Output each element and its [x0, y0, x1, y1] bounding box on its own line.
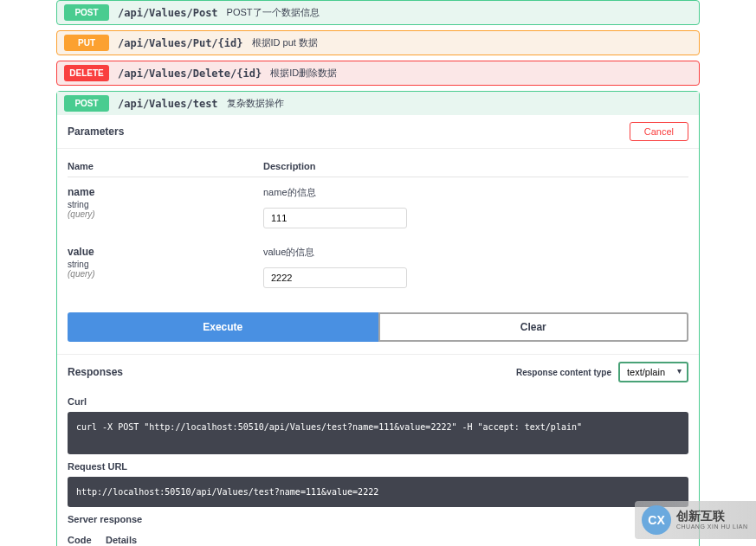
op-header[interactable]: POST /api/Values/test 复杂数据操作	[57, 92, 699, 115]
endpoint-desc: 根据ID删除数据	[270, 67, 337, 80]
content-type-select[interactable]: text/plain	[618, 362, 688, 382]
method-badge: PUT	[64, 35, 109, 51]
watermark-en: CHUANG XIN HU LIAN	[676, 524, 748, 530]
content-type-label: Response content type	[516, 368, 611, 377]
params-columns: Name Description	[68, 156, 688, 177]
param-input-value[interactable]	[263, 267, 407, 288]
param-desc: value的信息	[263, 246, 688, 259]
endpoint-path: /api/Values/Delete/{id}	[118, 67, 262, 80]
execute-button[interactable]: Execute	[68, 312, 378, 342]
param-name: value	[68, 246, 263, 258]
op-post-test-expanded: POST /api/Values/test 复杂数据操作 Parameters …	[56, 91, 700, 546]
code-header: Code	[68, 535, 106, 545]
endpoint-desc: POST了一个数据信息	[227, 6, 320, 19]
endpoint-desc: 复杂数据操作	[227, 97, 284, 110]
param-row: value string (query) value的信息	[68, 237, 688, 297]
request-url-label: Request URL	[68, 461, 688, 472]
param-in: (query)	[68, 269, 263, 279]
details-header: Details	[106, 535, 688, 545]
method-badge: DELETE	[64, 65, 109, 81]
curl-command: curl -X POST "http://localhost:50510/api…	[68, 412, 688, 454]
server-response-label: Server response	[68, 514, 688, 524]
request-url-value: http://localhost:50510/api/Values/test?n…	[68, 477, 688, 507]
col-name-header: Name	[68, 161, 263, 171]
endpoint-desc: 根据ID put 数据	[252, 36, 318, 49]
responses-title: Responses	[68, 366, 123, 378]
col-desc-header: Description	[263, 161, 688, 171]
watermark-logo: CX 创新互联 CHUANG XIN HU LIAN	[635, 501, 756, 539]
param-type: string	[68, 260, 263, 269]
method-badge: POST	[64, 95, 109, 112]
op-put-values[interactable]: PUT /api/Values/Put/{id} 根据ID put 数据	[56, 30, 700, 55]
param-in: (query)	[68, 209, 263, 219]
cancel-button[interactable]: Cancel	[630, 122, 688, 141]
watermark-cn: 创新互联	[676, 510, 748, 523]
endpoint-path: /api/Values/Put/{id}	[118, 37, 243, 49]
param-input-name[interactable]	[263, 208, 407, 228]
clear-button[interactable]: Clear	[378, 312, 689, 342]
param-type: string	[68, 200, 263, 209]
op-delete-values[interactable]: DELETE /api/Values/Delete/{id} 根据ID删除数据	[56, 61, 700, 86]
param-row: name string (query) name的信息	[68, 177, 688, 237]
endpoint-path: /api/Values/test	[118, 98, 218, 110]
param-desc: name的信息	[263, 186, 688, 199]
op-post-values[interactable]: POST /api/Values/Post POST了一个数据信息	[56, 0, 700, 25]
watermark-icon: CX	[642, 505, 671, 535]
curl-label: Curl	[68, 396, 688, 407]
param-name: name	[68, 186, 263, 198]
parameters-header: Parameters Cancel	[57, 115, 699, 149]
parameters-title: Parameters	[68, 125, 124, 138]
responses-header: Responses Response content type text/pla…	[57, 354, 699, 389]
endpoint-path: /api/Values/Post	[118, 7, 218, 19]
method-badge: POST	[64, 4, 109, 21]
